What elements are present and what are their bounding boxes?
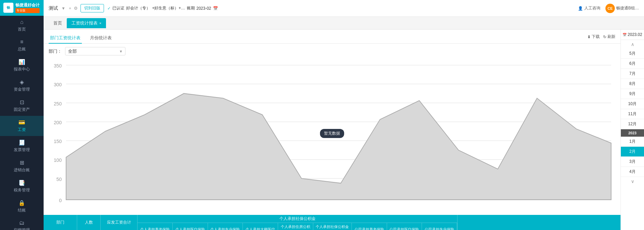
tab-close-icon[interactable]: × (99, 21, 101, 25)
content-area: 部门工资统计表 月份统计表 ⬇ 下载 ↻ 刷新 部门： (44, 30, 644, 230)
sidebar-item-label: 资金管理 (14, 87, 30, 92)
sub-tabs-right: ⬇ 下载 ↻ 刷新 (587, 34, 615, 42)
svg-text:300: 300 (54, 82, 62, 88)
download-button[interactable]: ⬇ 下载 (587, 34, 600, 40)
svg-text:350: 350 (54, 63, 62, 69)
switch-old-button[interactable]: 切到旧版 (80, 4, 104, 12)
period-value: 2023-02 (197, 6, 211, 11)
col-total-salary: 应发工资合计 (101, 215, 138, 230)
svg-text:250: 250 (54, 101, 62, 106)
sidebar-item-sales[interactable]: ⊞ 进销台账 (0, 156, 44, 176)
date-item-8[interactable]: 8月 (621, 79, 644, 89)
svg-text:0: 0 (59, 197, 62, 203)
sidebar-item-funds[interactable]: ◈ 资金管理 (0, 76, 44, 96)
biz-label: +好生意（标）+… (152, 5, 185, 11)
sidebar-item-label: 进销台账 (14, 167, 30, 173)
date-item-9[interactable]: 9月 (621, 89, 644, 99)
main-content: 部门工资统计表 月份统计表 ⬇ 下载 ↻ 刷新 部门： (44, 30, 621, 230)
topbar-right: 👤 人工咨询 CE 畅捷通B组… (578, 4, 639, 13)
sidebar-item-label: 发票管理 (14, 147, 30, 153)
home-icon: ⌂ (20, 19, 23, 25)
tax-icon: 📑 (18, 180, 25, 186)
table-footer: 部门 人数 应发工资合计 个人承担社保公积金 个人承担养老保险 个人承担医疗保险… (44, 215, 621, 230)
funds-icon: ◈ (20, 79, 24, 85)
gear-icon[interactable]: ⚙ (74, 6, 78, 11)
download-label: 下载 (592, 34, 600, 40)
date-item-12[interactable]: 12月 (621, 119, 644, 129)
sidebar-item-ledger[interactable]: ≡ 总账 (0, 36, 44, 55)
sidebar-item-closing[interactable]: 🔒 结账 (0, 196, 44, 217)
topbar: 测试 ▼ + ⚙ 切到旧版 ✓ 已认证 好会计（专） +好生意（标）+… 账期 … (44, 0, 644, 17)
topbar-status: ✓ 已认证 好会计（专） +好生意（标）+… 账期 2023-02 📅 (107, 5, 218, 11)
sidebar-item-salary[interactable]: 💳 工资 (0, 116, 44, 136)
department-select-wrapper: 全部 部门A 部门B ▼ (65, 47, 125, 55)
salary-icon: 💳 (18, 119, 25, 126)
sub-col-total-social: 个人承担社保公积金合计 (313, 223, 352, 230)
invoice-icon: 🧾 (18, 139, 25, 146)
help-icon: 👤 (578, 6, 583, 11)
accounting-label: 好会计（专） (126, 5, 150, 11)
avatar: CE (605, 4, 615, 13)
date-item-5[interactable]: 5月 (621, 49, 644, 59)
sub-col-company-unemp: 公司承担失业保险 (422, 223, 457, 230)
logo-badge: 专业版 (15, 8, 40, 13)
sidebar-item-label: 税务管理 (14, 187, 30, 193)
date-nav-up[interactable]: ∧ (621, 40, 644, 49)
reports-icon: 📊 (18, 59, 25, 65)
date-item-10[interactable]: 10月 (621, 99, 644, 109)
sub-col-housing-fund: 个人承担住房公积金 (278, 223, 313, 230)
sub-tabs-left: 部门工资统计表 月份统计表 (49, 33, 113, 43)
refresh-icon: ↻ (603, 35, 606, 39)
sidebar-item-archive[interactable]: 🗂 归档管理 (0, 217, 44, 230)
sidebar-item-assets[interactable]: ⊡ 固定资产 (0, 96, 44, 116)
period-label: 账期 (187, 5, 195, 11)
sidebar-item-label: 工资 (18, 127, 26, 133)
user-button[interactable]: CE 畅捷通B组… (605, 4, 639, 13)
sidebar-item-tax[interactable]: 📑 税务管理 (0, 176, 44, 196)
department-select[interactable]: 全部 部门A 部门B (65, 47, 125, 55)
date-item-11[interactable]: 11月 (621, 109, 644, 119)
sidebar-item-invoice[interactable]: 🧾 发票管理 (0, 136, 44, 156)
date-item-2[interactable]: 2月 (621, 147, 644, 157)
sidebar-item-home[interactable]: ⌂ 首页 (0, 16, 44, 36)
right-date-sidebar: 📅 2023.02 ∧ 5月 6月 7月 8月 9月 10月 11月 12月 2… (621, 30, 644, 230)
date-nav-down[interactable]: ∨ (621, 177, 644, 186)
sub-tab-department[interactable]: 部门工资统计表 (49, 33, 82, 44)
sales-icon: ⊞ (20, 159, 24, 166)
sidebar-item-label: 首页 (18, 27, 26, 32)
svg-marker-16 (66, 93, 611, 199)
closing-icon: 🔒 (18, 200, 25, 206)
date-item-6[interactable]: 6月 (621, 59, 644, 69)
date-item-4[interactable]: 4月 (621, 167, 644, 177)
main-area: 测试 ▼ + ⚙ 切到旧版 ✓ 已认证 好会计（专） +好生意（标）+… 账期 … (44, 0, 644, 230)
calendar-icon[interactable]: 📅 (213, 6, 218, 11)
col-headcount: 人数 (77, 215, 101, 230)
date-item-3[interactable]: 3月 (621, 157, 644, 167)
help-button[interactable]: 👤 人工咨询 (578, 5, 600, 11)
tab-salary-report[interactable]: 工资统计报表 × (67, 18, 106, 28)
sub-tabs-bar: 部门工资统计表 月份统计表 ⬇ 下载 ↻ 刷新 (44, 30, 621, 44)
date-year-2023: 2023 (621, 129, 644, 137)
topbar-dropdown-arrow[interactable]: ▼ (61, 6, 65, 11)
date-item-1[interactable]: 1月 (621, 137, 644, 147)
sub-col-medical: 个人承担医疗保险 (173, 223, 208, 230)
app-logo: 畅 畅捷通好会计 专业版 (0, 0, 44, 16)
svg-text:150: 150 (54, 139, 62, 144)
ledger-icon: ≡ (20, 39, 23, 45)
sidebar-item-reports[interactable]: 📊 报表中心 (0, 55, 44, 76)
date-item-7[interactable]: 7月 (621, 69, 644, 79)
tooltip-text: 暂无数据 (324, 131, 340, 136)
chart-area: 350 300 250 200 150 100 50 0 (44, 59, 621, 215)
sub-col-company-pension: 公司承担养老保险 (352, 223, 387, 230)
help-label: 人工咨询 (584, 5, 600, 11)
download-icon: ⬇ (587, 35, 591, 39)
tab-home[interactable]: 首页 (49, 18, 67, 28)
add-icon[interactable]: + (69, 6, 71, 11)
sub-tab-monthly[interactable]: 月份统计表 (89, 33, 113, 44)
date-header-value: 2023.02 (628, 32, 642, 37)
refresh-button[interactable]: ↻ 刷新 (603, 34, 615, 40)
topbar-title: 测试 (49, 5, 58, 11)
sidebar-item-label: 固定资产 (14, 107, 30, 112)
logo-icon: 畅 (3, 3, 13, 13)
sub-col-pension: 个人承担养老保险 (138, 223, 173, 230)
